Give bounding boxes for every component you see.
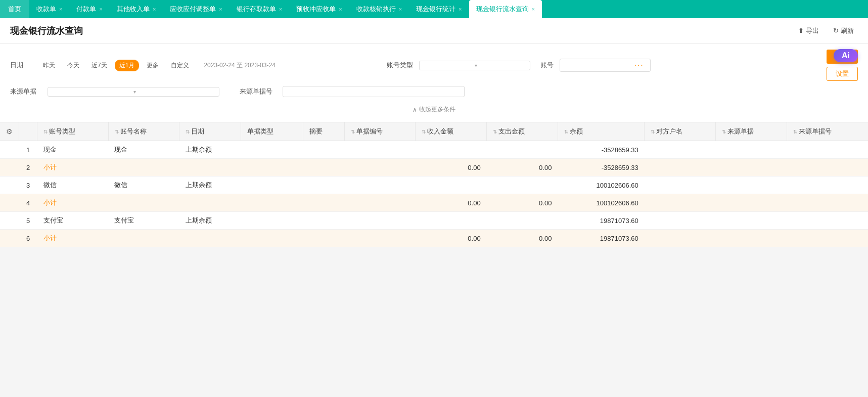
nav-tab-liushui[interactable]: 现金银行流水查询 × bbox=[469, 0, 542, 18]
date-btn-more[interactable]: 更多 bbox=[142, 60, 163, 71]
th-doc-type: 单据类型 bbox=[241, 122, 303, 141]
td-income: 0.00 bbox=[416, 230, 487, 247]
td-doc-type bbox=[241, 212, 303, 230]
th-account-name[interactable]: ⇅账号名称 bbox=[108, 122, 179, 141]
td-account-type: 小计 bbox=[37, 230, 109, 247]
td-counterpart bbox=[645, 194, 716, 212]
th-counterpart[interactable]: ⇅对方户名 bbox=[645, 122, 716, 141]
nav-tab-tiaozheng[interactable]: 应收应付调整单 × bbox=[163, 0, 229, 18]
nav-tab-shoukuandan[interactable]: 收款单 × bbox=[29, 0, 69, 18]
ai-badge[interactable]: Ai bbox=[834, 49, 858, 62]
td-expense bbox=[487, 177, 558, 194]
td-source-doc bbox=[716, 230, 787, 247]
nav-tab-qitashouru[interactable]: 其他收入单 × bbox=[110, 0, 163, 18]
close-icon[interactable]: × bbox=[399, 6, 402, 12]
td-date bbox=[179, 230, 241, 247]
th-source-doc-no[interactable]: ⇅来源单据号 bbox=[787, 122, 868, 141]
date-btn-7days[interactable]: 近7天 bbox=[87, 60, 112, 71]
td-date: 上期余额 bbox=[179, 141, 241, 159]
source-doc-no-input[interactable] bbox=[283, 86, 465, 97]
close-icon[interactable]: × bbox=[279, 6, 282, 12]
th-account-type[interactable]: ⇅账号类型 bbox=[37, 122, 109, 141]
td-counterpart bbox=[645, 141, 716, 159]
nav-tab-yushouc[interactable]: 预收冲应收单 × bbox=[289, 0, 349, 18]
close-icon[interactable]: × bbox=[219, 6, 222, 12]
close-icon[interactable]: × bbox=[99, 6, 102, 12]
td-summary bbox=[303, 159, 345, 177]
td-checkbox bbox=[0, 141, 19, 159]
td-account-type: 微信 bbox=[37, 177, 109, 194]
chevron-up-icon: ∧ bbox=[413, 106, 417, 113]
nav-tab-hexiao[interactable]: 收款核销执行 × bbox=[349, 0, 409, 18]
date-btn-1month[interactable]: 近1月 bbox=[115, 60, 140, 71]
account-type-label: 账号类型 bbox=[387, 61, 414, 70]
refresh-button[interactable]: ↻ 刷新 bbox=[829, 24, 858, 37]
date-range-display: 2023-02-24 至 2023-03-24 bbox=[204, 61, 275, 70]
date-filter-label: 日期 bbox=[10, 61, 28, 70]
td-checkbox bbox=[0, 194, 19, 212]
settings-button[interactable]: 设置 bbox=[827, 67, 858, 81]
nav-home[interactable]: 首页 bbox=[0, 0, 29, 18]
td-checkbox bbox=[0, 159, 19, 177]
td-account-type: 小计 bbox=[37, 159, 109, 177]
td-source-doc-no bbox=[787, 194, 868, 212]
td-source-doc bbox=[716, 141, 787, 159]
table-row: 2小计0.000.00-3528659.33 bbox=[0, 159, 868, 177]
account-ellipsis-button[interactable]: ··· bbox=[632, 61, 646, 70]
th-doc-no[interactable]: ⇅单据编号 bbox=[344, 122, 416, 141]
filter-row-date: 日期 昨天 今天 近7天 近1月 更多 自定义 2023-02-24 至 202… bbox=[10, 50, 858, 81]
chevron-down-icon: ▾ bbox=[133, 89, 215, 95]
date-btn-yesterday[interactable]: 昨天 bbox=[38, 60, 60, 71]
td-balance: 19871073.60 bbox=[558, 230, 644, 247]
th-settings[interactable]: ⚙ bbox=[0, 122, 19, 141]
close-icon[interactable]: × bbox=[532, 6, 535, 12]
top-navigation: 首页 收款单 × 付款单 × 其他收入单 × 应收应付调整单 × 银行存取款单 … bbox=[0, 0, 868, 18]
close-icon[interactable]: × bbox=[459, 6, 462, 12]
nav-tab-yinhangshoukuan[interactable]: 银行存取款单 × bbox=[230, 0, 289, 18]
td-row-num: 5 bbox=[19, 212, 37, 230]
th-source-doc[interactable]: ⇅来源单据 bbox=[716, 122, 787, 141]
td-expense bbox=[487, 212, 558, 230]
close-icon[interactable]: × bbox=[339, 6, 342, 12]
nav-tab-statistics[interactable]: 现金银行统计 × bbox=[409, 0, 469, 18]
td-summary bbox=[303, 141, 345, 159]
source-doc-select[interactable]: ▾ bbox=[48, 87, 219, 97]
th-income[interactable]: ⇅收入金额 bbox=[416, 122, 487, 141]
td-date: 上期余额 bbox=[179, 177, 241, 194]
date-btn-today[interactable]: 今天 bbox=[63, 60, 84, 71]
td-expense bbox=[487, 141, 558, 159]
td-source-doc bbox=[716, 177, 787, 194]
close-icon[interactable]: × bbox=[59, 6, 62, 12]
td-expense: 0.00 bbox=[487, 230, 558, 247]
td-doc-type bbox=[241, 141, 303, 159]
td-counterpart bbox=[645, 230, 716, 247]
table-row: 1现金现金上期余额-3528659.33 bbox=[0, 141, 868, 159]
td-account-type: 小计 bbox=[37, 194, 109, 212]
th-expense[interactable]: ⇅支出金额 bbox=[487, 122, 558, 141]
settings-icon[interactable]: ⚙ bbox=[6, 127, 13, 136]
td-row-num: 4 bbox=[19, 194, 37, 212]
td-balance: 100102606.60 bbox=[558, 177, 644, 194]
account-type-select[interactable]: ▾ bbox=[419, 61, 530, 70]
refresh-icon: ↻ bbox=[833, 27, 839, 34]
td-doc-no bbox=[344, 177, 416, 194]
td-account-name bbox=[108, 230, 179, 247]
nav-tab-fukuandan[interactable]: 付款单 × bbox=[69, 0, 109, 18]
td-expense: 0.00 bbox=[487, 194, 558, 212]
td-source-doc bbox=[716, 212, 787, 230]
td-checkbox bbox=[0, 177, 19, 194]
export-button[interactable]: ⬆ 导出 bbox=[794, 24, 823, 37]
account-label: 账号 bbox=[540, 61, 555, 70]
collapse-bar[interactable]: ∧ 收起更多条件 bbox=[10, 102, 858, 116]
td-account-name bbox=[108, 159, 179, 177]
td-account-type: 现金 bbox=[37, 141, 109, 159]
td-source-doc bbox=[716, 159, 787, 177]
td-checkbox bbox=[0, 212, 19, 230]
th-date[interactable]: ⇅日期 bbox=[179, 122, 241, 141]
th-balance[interactable]: ⇅余额 bbox=[558, 122, 644, 141]
date-btn-custom[interactable]: 自定义 bbox=[166, 60, 194, 71]
td-account-name: 微信 bbox=[108, 177, 179, 194]
td-doc-no bbox=[344, 212, 416, 230]
close-icon[interactable]: × bbox=[153, 6, 156, 12]
td-checkbox bbox=[0, 230, 19, 247]
